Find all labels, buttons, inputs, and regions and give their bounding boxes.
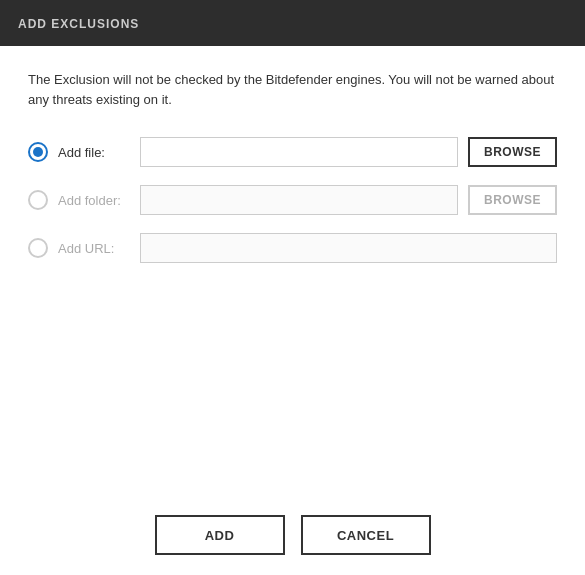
- description-text: The Exclusion will not be checked by the…: [28, 70, 557, 109]
- browse-folder-button[interactable]: BROWSE: [468, 185, 557, 215]
- add-url-label: Add URL:: [58, 241, 130, 256]
- add-url-row: Add URL:: [28, 233, 557, 263]
- dialog-title: ADD EXCLUSIONS: [18, 17, 139, 31]
- add-folder-row: Add folder: BROWSE: [28, 185, 557, 215]
- browse-file-button[interactable]: BROWSE: [468, 137, 557, 167]
- add-url-input[interactable]: [140, 233, 557, 263]
- add-folder-label: Add folder:: [58, 193, 130, 208]
- options-area: Add file: BROWSE Add folder: BROWSE Add …: [28, 137, 557, 263]
- add-file-label: Add file:: [58, 145, 130, 160]
- radio-add-folder[interactable]: [28, 190, 48, 210]
- add-file-row: Add file: BROWSE: [28, 137, 557, 167]
- add-folder-input[interactable]: [140, 185, 458, 215]
- add-button[interactable]: ADD: [155, 515, 285, 555]
- action-buttons-area: ADD CANCEL: [28, 505, 557, 555]
- dialog-content: The Exclusion will not be checked by the…: [0, 46, 585, 575]
- dialog-header: ADD EXCLUSIONS: [0, 0, 585, 46]
- radio-add-file[interactable]: [28, 142, 48, 162]
- radio-add-url[interactable]: [28, 238, 48, 258]
- add-file-input[interactable]: [140, 137, 458, 167]
- cancel-button[interactable]: CANCEL: [301, 515, 431, 555]
